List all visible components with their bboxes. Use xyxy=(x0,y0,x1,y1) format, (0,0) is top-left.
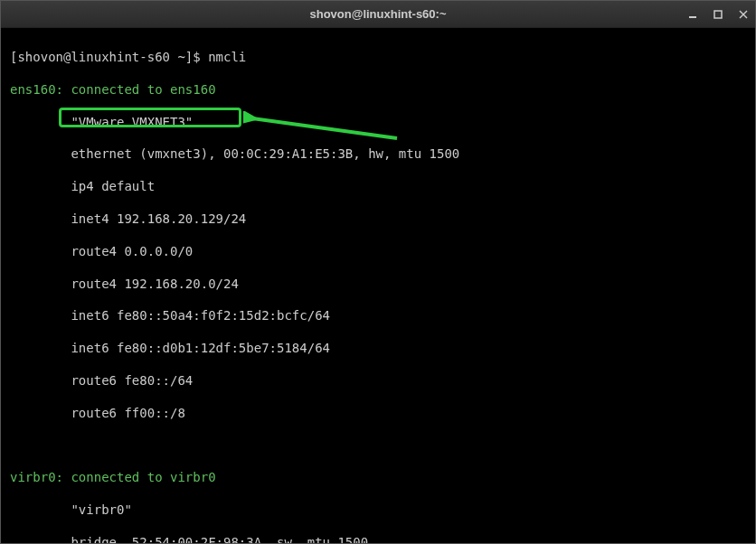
ens160-line-5: route4 192.168.20.0/24 xyxy=(10,277,746,293)
ens160-line-1: ethernet (vmxnet3), 00:0C:29:A1:E5:3B, h… xyxy=(10,146,746,163)
command-text: nmcli xyxy=(208,50,246,64)
window-title: shovon@linuxhint-s60:~ xyxy=(310,7,447,21)
maximize-button[interactable] xyxy=(712,8,724,21)
virbr0-header: virbr0: connected to virbr0 xyxy=(10,470,746,486)
terminal-window: shovon@linuxhint-s60:~ [shovon@linuxhint… xyxy=(0,0,756,544)
ens160-line-9: route6 ff00::/8 xyxy=(10,406,746,422)
blank-1 xyxy=(10,438,746,455)
window-controls xyxy=(686,8,750,21)
ens160-line-0: "VMware VMXNET3" xyxy=(10,115,746,131)
ens160-line-7: inet6 fe80::d0b1:12df:5be7:5184/64 xyxy=(10,341,746,357)
ens160-line-4: route4 0.0.0.0/0 xyxy=(10,244,746,260)
ens160-header: ens160: connected to ens160 xyxy=(10,82,746,98)
titlebar: shovon@linuxhint-s60:~ xyxy=(1,1,755,28)
ens160-line-2: ip4 default xyxy=(10,179,746,195)
prompt-text: [shovon@linuxhint-s60 ~]$ xyxy=(10,50,208,64)
prompt-line: [shovon@linuxhint-s60 ~]$ nmcli xyxy=(10,50,746,66)
ens160-line-3: inet4 192.168.20.129/24 xyxy=(10,211,746,228)
svg-rect-1 xyxy=(714,11,722,18)
virbr0-line-1: bridge, 52:54:00:2F:98:3A, sw, mtu 1500 xyxy=(10,535,746,543)
ens160-line-6: inet6 fe80::50a4:f0f2:15d2:bcfc/64 xyxy=(10,308,746,324)
ens160-line-8: route6 fe80::/64 xyxy=(10,373,746,389)
virbr0-line-0: "virbr0" xyxy=(10,502,746,519)
close-button[interactable] xyxy=(737,8,750,21)
terminal-output[interactable]: [shovon@linuxhint-s60 ~]$ nmcli ens160: … xyxy=(1,28,755,543)
minimize-button[interactable] xyxy=(686,8,699,21)
